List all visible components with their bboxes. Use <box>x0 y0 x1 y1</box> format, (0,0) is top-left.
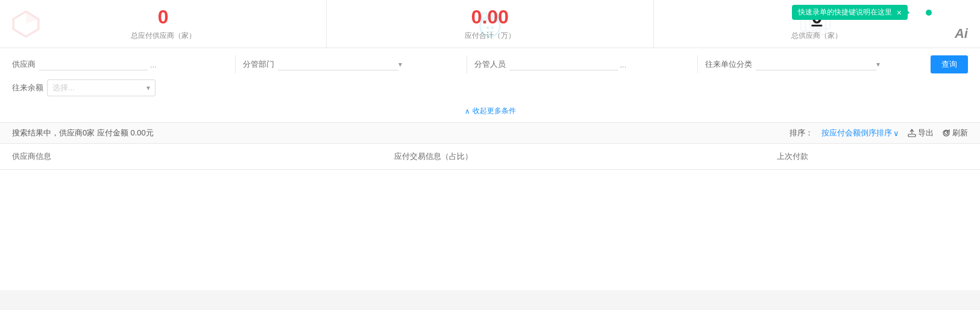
svg-rect-11 <box>908 134 916 137</box>
ai-label: Ai <box>955 26 968 42</box>
unit-class-arrow[interactable]: ▾ <box>876 60 880 69</box>
divider-3 <box>697 55 698 73</box>
svg-rect-9 <box>806 19 826 34</box>
table-header: 供应商信息 应付交易信息（占比） 上次付款 <box>0 144 980 170</box>
balance-select[interactable]: 选择... ▾ <box>47 79 155 96</box>
supplier-dots-btn[interactable]: ... <box>150 60 157 69</box>
divider-1 <box>235 55 236 73</box>
sort-value-btn[interactable]: 按应付会额倒序排序 ∨ <box>821 128 899 138</box>
export-btn[interactable]: 导出 <box>908 128 934 138</box>
supplier-input[interactable] <box>39 58 148 70</box>
supplier-label: 供应商 <box>12 59 36 70</box>
result-actions: 排序： 按应付会额倒序排序 ∨ 导出 刷新 <box>790 128 968 138</box>
query-button[interactable]: 查询 <box>931 55 968 73</box>
collapse-label: 收起更多条件 <box>473 106 516 116</box>
result-info: 搜索结果中，供应商0家 应付金额 0.00元 <box>12 128 154 138</box>
top-stats-bar: 0 总应付供应商（家） 0.00 应付合计（万） 快速录单的快捷键说明在这里 × <box>0 0 980 48</box>
refresh-btn[interactable]: 刷新 <box>942 128 968 138</box>
stat-total-suppliers: 快速录单的快捷键说明在这里 × 0 总供应商（家） Ai <box>654 0 980 48</box>
balance-placeholder: 选择... <box>52 82 75 93</box>
stat-payable-total: 0.00 应付合计（万） <box>327 0 653 48</box>
balance-label: 往来余额 <box>12 82 43 93</box>
sort-label: 排序： <box>790 128 813 138</box>
department-label: 分管部门 <box>243 59 274 70</box>
manager-input[interactable] <box>509 58 618 70</box>
svg-point-5 <box>486 26 489 29</box>
col-supplier-header: 供应商信息 <box>12 151 394 162</box>
export-icon <box>908 129 916 137</box>
tooltip-text: 快速录单的快捷键说明在这里 <box>798 7 892 17</box>
manager-label: 分管人员 <box>474 59 506 70</box>
refresh-icon <box>942 129 950 137</box>
stat-payable-value: 0 <box>158 7 169 28</box>
diamond-icon <box>11 9 41 39</box>
department-input[interactable] <box>278 58 398 70</box>
table-body <box>0 170 980 290</box>
result-bar: 搜索结果中，供应商0家 应付金额 0.00元 排序： 按应付会额倒序排序 ∨ 导… <box>0 123 980 144</box>
pig-icon <box>472 6 508 42</box>
balance-arrow: ▾ <box>146 84 150 92</box>
filter-row-2: 往来余额 选择... ▾ <box>12 79 968 96</box>
filter-department: 分管部门 ▾ <box>243 58 459 70</box>
stat-payable-label: 总应付供应商（家） <box>131 31 196 41</box>
stat-total-payable: 0 总应付供应商（家） <box>0 0 327 48</box>
tooltip-badge[interactable]: 快速录单的快捷键说明在这里 × <box>792 5 908 20</box>
filter-supplier: 供应商 ... <box>12 58 228 70</box>
tooltip-dot <box>926 10 932 16</box>
manager-dots-btn[interactable]: ... <box>620 60 627 69</box>
filter-section: 供应商 ... 分管部门 ▾ 分管人员 ... 往来单位分类 ▾ 查询 <box>0 48 980 123</box>
tooltip-close-btn[interactable]: × <box>897 8 902 17</box>
col-last-payment-header: 上次付款 <box>777 151 968 162</box>
unit-class-input[interactable] <box>756 58 876 70</box>
svg-point-6 <box>491 26 494 29</box>
svg-point-2 <box>480 16 500 36</box>
filter-unit-class: 往来单位分类 ▾ <box>705 58 921 70</box>
collapse-row: ∧ 收起更多条件 <box>12 102 968 122</box>
collapse-btn[interactable]: ∧ 收起更多条件 <box>465 106 516 116</box>
collapse-arrow: ∧ <box>465 107 470 116</box>
col-transaction-header: 应付交易信息（占比） <box>394 151 776 162</box>
filter-row-1: 供应商 ... 分管部门 ▾ 分管人员 ... 往来单位分类 ▾ 查询 <box>12 55 968 73</box>
unit-class-label: 往来单位分类 <box>705 59 752 70</box>
department-arrow[interactable]: ▾ <box>398 60 402 69</box>
filter-manager: 分管人员 ... <box>474 58 690 70</box>
divider-2 <box>466 55 467 73</box>
filter-balance: 往来余额 选择... ▾ <box>12 79 968 96</box>
